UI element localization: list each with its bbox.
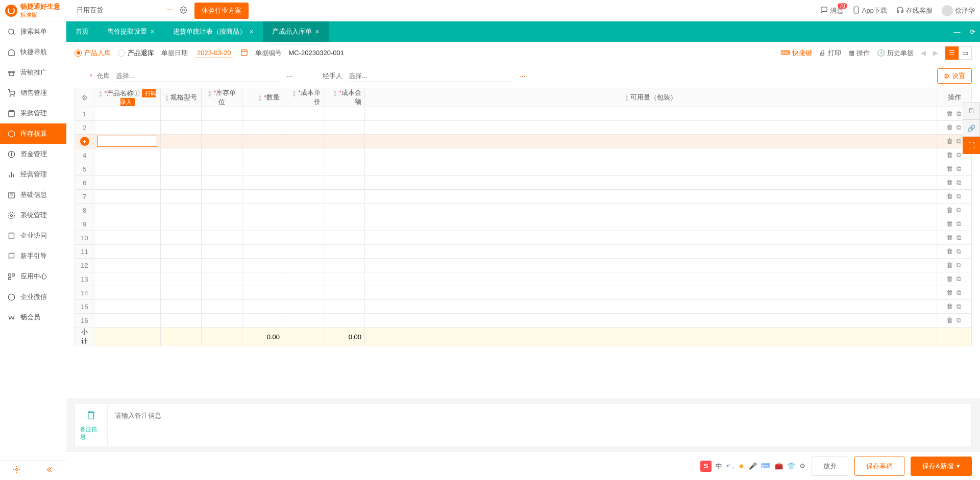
shop-selector[interactable]: 日用百货 ﹀ (77, 4, 174, 17)
operate-button[interactable]: ▦操作 (848, 48, 870, 58)
experience-button[interactable]: 体验行业方案 (194, 3, 249, 19)
cell-unit[interactable] (202, 286, 242, 300)
cell-price[interactable] (283, 148, 324, 162)
copy-icon[interactable]: ⧉ (954, 289, 964, 297)
tab-product-inbound[interactable]: 产成品入库单✕ (263, 21, 329, 42)
cell-unit[interactable] (202, 231, 242, 245)
cell-amount[interactable] (324, 286, 365, 300)
delete-icon[interactable]: 🗑 (945, 247, 954, 255)
online-service-button[interactable]: 在线客服 (896, 6, 933, 15)
cell-available[interactable] (365, 272, 937, 286)
more-icon[interactable]: ⋯ (519, 72, 526, 80)
view-list-icon[interactable]: ☰ (945, 46, 959, 60)
sidebar-item-marketing[interactable]: 营销推广 (0, 62, 66, 83)
app-download-button[interactable]: App下载 (852, 6, 887, 15)
delete-icon[interactable]: 🗑 (945, 165, 954, 172)
cell-spec[interactable] (161, 135, 202, 148)
cell-unit[interactable] (202, 300, 242, 314)
cell-qty[interactable] (242, 121, 283, 135)
cell-price[interactable] (283, 204, 324, 217)
cell-unit[interactable] (202, 176, 242, 190)
next-icon[interactable]: ▶ (933, 49, 938, 57)
discard-button[interactable]: 放弃 (812, 457, 848, 476)
tab-purchase-report[interactable]: 进货单统计表（按商品）✕ (164, 21, 263, 42)
cell-price[interactable] (283, 121, 324, 135)
cell-available[interactable] (365, 286, 937, 300)
cell-price[interactable] (283, 300, 324, 314)
delete-icon[interactable]: 🗑 (945, 123, 954, 131)
cell-product[interactable] (94, 259, 161, 272)
cell-qty[interactable] (242, 162, 283, 176)
sidebar-settings-icon[interactable] (0, 461, 33, 480)
cell-unit[interactable] (202, 107, 242, 121)
cell-unit[interactable] (202, 314, 242, 327)
cell-product[interactable] (94, 176, 161, 190)
close-icon[interactable]: ✕ (150, 29, 155, 35)
ime-dot-icon[interactable]: •' , (726, 462, 733, 470)
cell-product[interactable] (94, 245, 161, 259)
cell-product[interactable] (94, 190, 161, 204)
table-row[interactable]: 5🗑⧉ (75, 162, 972, 176)
cell-spec[interactable] (161, 107, 202, 121)
save-new-button[interactable]: 保存&新增▾ (911, 457, 972, 476)
view-card-icon[interactable]: ▭ (959, 46, 972, 60)
delete-icon[interactable]: 🗑 (945, 302, 954, 310)
cell-available[interactable] (365, 148, 937, 162)
cell-product[interactable] (94, 204, 161, 217)
col-spec[interactable]: ▲▼规格型号 (161, 88, 202, 107)
cell-spec[interactable] (161, 300, 202, 314)
table-row[interactable]: +🗑⧉ (75, 135, 972, 148)
cell-unit[interactable] (202, 245, 242, 259)
col-product[interactable]: ▲▼*产品名称ⓘ扫码录入 (94, 88, 161, 107)
cell-price[interactable] (283, 217, 324, 231)
cell-price[interactable] (283, 107, 324, 121)
ime-settings-icon[interactable]: ⚙ (799, 462, 805, 470)
sidebar-item-operation[interactable]: 经营管理 (0, 164, 66, 185)
cell-price[interactable] (283, 272, 324, 286)
sidebar-item-wechat[interactable]: 企业微信 (0, 287, 66, 307)
table-row[interactable]: 14🗑⧉ (75, 286, 972, 300)
cell-amount[interactable] (324, 162, 365, 176)
cell-qty[interactable] (242, 272, 283, 286)
ime-smile-icon[interactable]: ☻ (738, 462, 745, 470)
cell-price[interactable] (283, 245, 324, 259)
cell-qty[interactable] (242, 300, 283, 314)
print-button[interactable]: 🖨打印 (819, 48, 841, 58)
cell-product[interactable] (94, 217, 161, 231)
remark-input[interactable] (108, 404, 971, 446)
gear-icon[interactable] (180, 6, 187, 15)
cell-product[interactable] (94, 107, 161, 121)
table-row[interactable]: 6🗑⧉ (75, 176, 972, 190)
cell-product[interactable] (94, 300, 161, 314)
sidebar-collapse-icon[interactable] (33, 461, 66, 480)
radio-product-in[interactable]: 产品入库 (75, 48, 111, 58)
cell-available[interactable] (365, 135, 937, 148)
cell-qty[interactable] (242, 314, 283, 327)
table-row[interactable]: 10🗑⧉ (75, 231, 972, 245)
cell-amount[interactable] (324, 107, 365, 121)
cell-amount[interactable] (324, 217, 365, 231)
float-note-icon[interactable]: 🗒 (963, 102, 980, 119)
cell-product[interactable] (94, 135, 161, 148)
copy-icon[interactable]: ⧉ (954, 220, 964, 228)
delete-icon[interactable]: 🗑 (945, 220, 954, 228)
cell-unit[interactable] (202, 272, 242, 286)
tab-refresh-icon[interactable]: ⟳ (965, 21, 980, 42)
calendar-icon[interactable] (240, 48, 248, 58)
copy-icon[interactable]: ⧉ (954, 275, 964, 283)
copy-icon[interactable]: ⧉ (954, 137, 964, 145)
cell-qty[interactable] (242, 148, 283, 162)
table-row[interactable]: 8🗑⧉ (75, 204, 972, 217)
cell-price[interactable] (283, 162, 324, 176)
close-icon[interactable]: ✕ (249, 29, 254, 35)
cell-spec[interactable] (161, 286, 202, 300)
cell-unit[interactable] (202, 259, 242, 272)
copy-icon[interactable]: ⧉ (954, 302, 964, 311)
cell-available[interactable] (365, 190, 937, 204)
delete-icon[interactable]: 🗑 (945, 234, 954, 241)
cell-qty[interactable] (242, 190, 283, 204)
delete-icon[interactable]: 🗑 (945, 316, 954, 324)
sidebar-item-inventory[interactable]: 库存核算 (0, 123, 66, 144)
settings-button[interactable]: ⚙设置 (937, 68, 972, 84)
cell-unit[interactable] (202, 148, 242, 162)
